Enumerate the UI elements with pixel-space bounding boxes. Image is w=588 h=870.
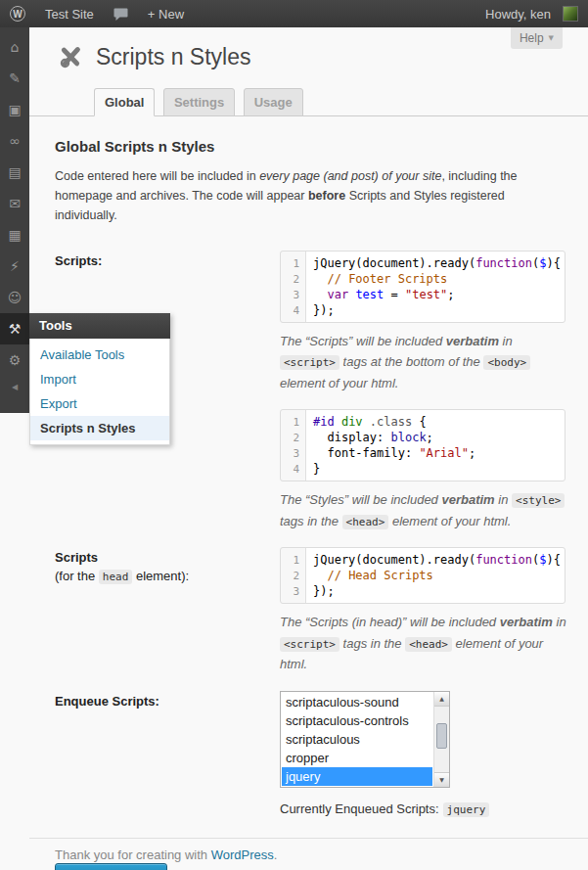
- scripts-editor[interactable]: jQuery(document).ready(function($){ // F…: [280, 251, 565, 323]
- head-scripts-field: jQuery(document).ready(function($){ // H…: [280, 547, 567, 674]
- form-row-enqueue: Enqueue Scripts: scriptaculous-sound scr…: [55, 691, 563, 816]
- site-name-link[interactable]: Test Site: [35, 0, 104, 27]
- title-row: Scripts n Styles: [55, 41, 563, 72]
- dashboard-icon: ⌂: [11, 39, 20, 55]
- sidebar-item-settings[interactable]: ⚙: [0, 344, 29, 376]
- flyout-item-export[interactable]: Export: [30, 391, 169, 416]
- flyout-item-available-tools[interactable]: Available Tools: [30, 343, 169, 367]
- sidebar-item-pages[interactable]: ▤: [0, 157, 29, 188]
- tab-usage[interactable]: Usage: [244, 88, 303, 116]
- new-content-button[interactable]: + New: [138, 0, 194, 27]
- scrollbar[interactable]: ▲ ▼: [433, 692, 449, 787]
- pages-icon: ▤: [8, 164, 21, 180]
- admin-bar: W Test Site + New Howdy, ken: [0, 0, 588, 27]
- section-heading: Global Scripts n Styles: [55, 138, 563, 155]
- intro-paragraph: Code entered here will be included in ev…: [55, 166, 552, 225]
- enqueue-field: scriptaculous-sound scriptaculous-contro…: [280, 691, 567, 816]
- appearance-icon: ▦: [8, 227, 21, 243]
- user-avatar[interactable]: [563, 6, 578, 22]
- plugins-icon: ⚡: [10, 258, 20, 274]
- option-cropper[interactable]: cropper: [282, 749, 432, 767]
- sidebar-item-dashboard[interactable]: ⌂: [0, 31, 29, 63]
- head-scripts-note: The “Scripts (in head)” will be included…: [280, 612, 567, 674]
- wordpress-logo-icon[interactable]: W: [0, 0, 35, 27]
- help-tab[interactable]: Help ▼: [511, 27, 563, 49]
- sidebar: ⌂ ✎ ▣ ∞ ▤ ✉ ▦ ⚡ ☺ ⚒ ⚙ ◀: [0, 27, 29, 413]
- scrollbar-down-button[interactable]: ▼: [434, 772, 449, 787]
- admin-bar-right: Howdy, ken: [475, 0, 588, 27]
- option-jquery[interactable]: jquery: [282, 767, 432, 786]
- sidebar-item-media[interactable]: ▣: [0, 94, 29, 125]
- links-icon: ∞: [9, 133, 21, 149]
- script-tag-chip: <script>: [280, 637, 339, 652]
- chevron-down-icon: ▼: [549, 34, 554, 42]
- admin-bar-left: W Test Site + New: [0, 0, 194, 27]
- tab-bar: Global Settings Usage: [29, 88, 588, 116]
- form-row-head-scripts: Scripts (for the head element): jQuery(d…: [55, 547, 563, 674]
- head-tag-chip: <head>: [405, 637, 452, 652]
- sidebar-item-links[interactable]: ∞: [0, 125, 29, 157]
- head-tag-chip: <head>: [342, 515, 389, 529]
- flyout-title[interactable]: Tools: [29, 313, 170, 339]
- enqueue-label: Enqueue Scripts:: [55, 691, 280, 816]
- head-element-chip: head: [99, 570, 133, 584]
- styles-note: The “Styles” will be included verbatim i…: [280, 489, 567, 531]
- comments-icon: ✉: [9, 196, 21, 211]
- scrollbar-up-button[interactable]: ▲: [434, 692, 449, 707]
- scripts-n-styles-icon: [55, 41, 86, 72]
- tools-flyout: Tools Available Tools Import Export Scri…: [29, 313, 170, 445]
- sidebar-item-tools[interactable]: ⚒: [0, 313, 29, 344]
- flyout-item-scripts-n-styles[interactable]: Scripts n Styles: [30, 416, 169, 440]
- option-scriptaculous-sound[interactable]: scriptaculous-sound: [282, 693, 432, 711]
- arrow-up-icon: ▲: [439, 695, 444, 702]
- posts-icon: ✎: [9, 70, 21, 86]
- style-tag-chip: <style>: [512, 493, 565, 508]
- styles-field: #id div .class { display: block; font-fa…: [280, 409, 567, 531]
- currently-enqueued: Currently Enqueued Scripts:jquery: [280, 801, 567, 816]
- howdy-menu[interactable]: Howdy, ken: [475, 0, 561, 27]
- users-icon: ☺: [8, 290, 23, 305]
- script-tag-chip: <script>: [280, 355, 339, 370]
- enqueue-options: scriptaculous-sound scriptaculous-contro…: [282, 693, 432, 786]
- scripts-field: jQuery(document).ready(function($){ // F…: [280, 251, 567, 393]
- option-scriptaculous-controls[interactable]: scriptaculous-controls: [282, 711, 432, 730]
- head-scripts-label: Scripts (for the head element):: [55, 547, 280, 674]
- enqueue-select[interactable]: scriptaculous-sound scriptaculous-contro…: [280, 691, 450, 788]
- wordpress-link[interactable]: WordPress: [211, 847, 274, 862]
- option-scriptaculous[interactable]: scriptaculous: [282, 730, 432, 749]
- scrollbar-thumb[interactable]: [436, 723, 447, 749]
- sidebar-item-appearance[interactable]: ▦: [0, 219, 29, 251]
- sidebar-item-users[interactable]: ☺: [0, 282, 29, 313]
- footer: Thank you for creating with WordPress.: [29, 838, 588, 870]
- media-icon: ▣: [8, 102, 21, 117]
- scripts-note: The “Scripts” will be included verbatim …: [280, 331, 567, 393]
- settings-icon: ⚙: [9, 352, 22, 368]
- sidebar-item-plugins[interactable]: ⚡: [0, 251, 29, 282]
- main-content: Help ▼ Scripts n Styles Global Settings …: [29, 27, 588, 870]
- flyout-item-import[interactable]: Import: [30, 367, 169, 391]
- collapse-menu-button[interactable]: ◀: [0, 376, 29, 397]
- page-title: Scripts n Styles: [96, 44, 251, 70]
- sidebar-item-comments[interactable]: ✉: [0, 188, 29, 219]
- styles-editor[interactable]: #id div .class { display: block; font-fa…: [280, 409, 565, 481]
- tab-settings[interactable]: Settings: [163, 88, 235, 116]
- tab-global[interactable]: Global: [94, 88, 155, 116]
- tools-icon: ⚒: [9, 321, 22, 337]
- enqueued-script-chip: jquery: [443, 802, 490, 817]
- sidebar-item-posts[interactable]: ✎: [0, 63, 29, 94]
- body-tag-chip: <body>: [483, 355, 530, 370]
- arrow-down-icon: ▼: [439, 776, 444, 783]
- head-scripts-editor[interactable]: jQuery(document).ready(function($){ // H…: [280, 547, 565, 604]
- comments-bubble-icon[interactable]: [104, 0, 138, 27]
- flyout-body: Available Tools Import Export Scripts n …: [29, 339, 170, 445]
- collapse-arrow-icon: ◀: [12, 383, 18, 391]
